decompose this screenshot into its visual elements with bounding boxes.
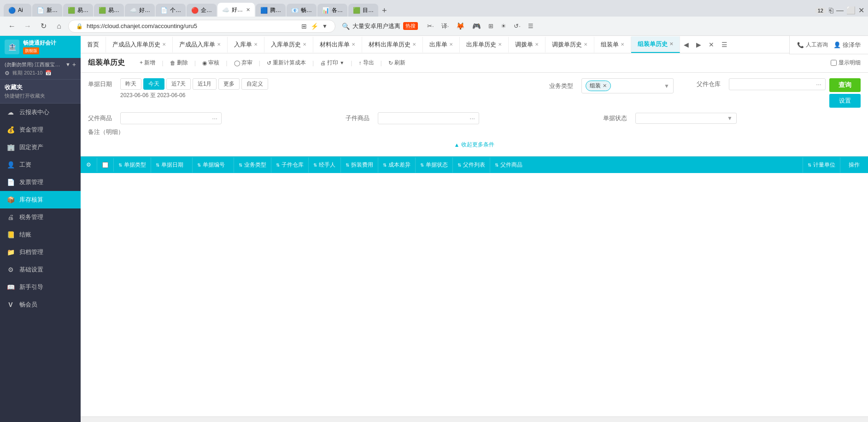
consult-area[interactable]: 📞 人工咨询 [797,41,828,49]
sidebar-item-salary[interactable]: 👤 工资 [0,156,81,173]
tab-inbound[interactable]: 入库单✕ [228,37,264,52]
nav-forward-button[interactable]: → [21,20,34,33]
sidebar-item-settlement[interactable]: 📒 结账 [0,226,81,243]
date-btn-more[interactable]: 更多 [218,78,240,90]
tab-close-8[interactable]: ✕ [498,42,502,47]
emoji-icon[interactable]: 🦊 [453,21,468,32]
tab-close-3[interactable]: ✕ [254,42,258,47]
tab-expand-left[interactable]: ◀ [680,39,692,50]
table-checkbox-cell[interactable] [97,158,114,172]
parent-goods-more-icon[interactable]: ··· [212,115,217,122]
table-settings-cell[interactable]: ⚙ [81,158,97,172]
col-child-warehouse[interactable]: ⇅ 子件仓库 [271,157,309,173]
col-bill-number[interactable]: ⇅ 单据编号 [193,157,234,173]
child-goods-more-icon[interactable]: ··· [469,115,475,122]
address-bar[interactable]: 🔒 https://cloud.chanjet.com/accounting/u… [68,20,335,33]
business-type-filter[interactable]: 组装 ✕ ▼ [581,78,674,93]
filter-settings-button[interactable]: 设置 [829,94,861,108]
tab-material-outbound[interactable]: 材料出库单✕ [313,37,362,52]
tab-material-outbound-history[interactable]: 材料出库单历史✕ [362,37,423,52]
collapse-button[interactable]: ▲ 收起更多条件 [454,141,495,149]
sidebar-item-member[interactable]: V 畅会员 [0,296,81,313]
sidebar-item-archive[interactable]: 📁 归档管理 [0,243,81,261]
sidebar-item-settings[interactable]: ⚙ 基础设置 [0,261,81,278]
col-bill-type[interactable]: ⇅ 单据类型 [114,157,151,173]
tab-close-7[interactable]: ✕ [449,42,453,47]
sidebar-item-invoice[interactable]: 📄 发票管理 [0,173,81,191]
date-btn-1month[interactable]: 近1月 [193,78,217,90]
new-tab-button[interactable]: + [379,6,390,16]
nav-refresh-button[interactable]: ↻ [37,20,50,33]
tab-close-5[interactable]: ✕ [352,42,355,47]
calendar-icon[interactable]: 📅 [45,70,52,76]
tab-outbound-history[interactable]: 出库单历史✕ [460,37,509,52]
browser-tab-8[interactable]: 📧 畅… [287,4,317,17]
tab-product-inbound[interactable]: 产成品入库单✕ [173,37,228,52]
browser-tab-10[interactable]: 🟩 目… [348,4,378,17]
bill-status-dropdown-icon[interactable]: ▼ [727,115,733,121]
tab-expand-right[interactable]: ▶ [692,39,705,50]
date-btn-yesterday[interactable]: 昨天 [120,78,141,90]
add-button[interactable]: + 新增 [136,57,159,69]
user-area[interactable]: 👤 徐泽华 [833,41,861,49]
browser-tab-6[interactable]: 🔴 企… [187,4,217,17]
browser-tab-1[interactable]: 📄 新… [32,4,62,17]
audit-button[interactable]: ◉ 审核 [199,57,223,69]
sidebar-item-tax[interactable]: 🖨 税务管理 [0,208,81,226]
parent-goods-filter[interactable]: ··· [120,112,222,124]
browser-tab-9[interactable]: 📊 各… [317,4,347,17]
tab-close-2[interactable]: ✕ [217,42,221,47]
date-btn-7days[interactable]: 近7天 [166,78,191,90]
tab-transfer[interactable]: 调拨单✕ [509,37,545,52]
tab-close-6[interactable]: ✕ [412,42,416,47]
more-options-icon[interactable]: ··· [816,81,821,88]
tab-inbound-history[interactable]: 入库单历史✕ [264,37,313,52]
sidebar-item-inventory[interactable]: 📦 库存核算 [0,191,81,208]
browser-tab-0[interactable]: 🔵 Ai [4,4,31,17]
tab-transfer-history[interactable]: 调拨单历史✕ [545,37,594,52]
export-button[interactable]: ↑ 导出 [355,57,378,69]
tab-close-all[interactable]: ✕ [705,39,718,50]
date-btn-custom[interactable]: 自定义 [241,78,268,90]
sidebar-item-fund[interactable]: 💰 资金管理 [0,121,81,139]
tab-close-9[interactable]: ✕ [535,42,539,47]
date-btn-today[interactable]: 今天 [143,78,164,90]
col-cost-diff[interactable]: ⇅ 成本差异 [378,157,416,173]
col-handler[interactable]: ⇅ 经手人 [309,157,341,173]
tab-close-11[interactable]: ✕ [621,42,624,47]
col-bill-date[interactable]: ⇅ 单据日期 [151,157,193,173]
browser-tab-5[interactable]: 📄 个… [156,4,186,17]
scissors-icon[interactable]: ✂· [424,21,437,31]
col-bill-status[interactable]: ⇅ 单据状态 [416,157,453,173]
tab-close-4[interactable]: ✕ [303,42,306,47]
scrollbar-area[interactable] [81,416,868,422]
col-parent-list[interactable]: ⇅ 父件列表 [453,157,490,173]
nav-back-button[interactable]: ← [6,20,18,33]
game-icon[interactable]: 🎮 [469,21,484,32]
tab-close-1[interactable]: ✕ [162,42,166,47]
undo-icon[interactable]: ↺· [511,21,523,31]
sidebar-item-cloud-reports[interactable]: ☁ 云报表中心 [0,104,81,121]
settings-icon-sidebar[interactable]: ⚙ [5,70,10,76]
tab-product-inbound-history[interactable]: 产成品入库单历史✕ [106,37,173,52]
tab-close-active[interactable]: ✕ [246,7,250,13]
browser-tab-7[interactable]: 🟦 腾… [256,4,286,17]
bill-status-filter[interactable]: ▼ [635,113,737,124]
company-dropdown-icon[interactable]: ▼ [65,62,70,67]
browser-tab-4[interactable]: ☁️ 好… [125,4,155,17]
parent-warehouse-filter[interactable]: ··· [729,78,826,90]
col-parent-goods[interactable]: ⇅ 父件商品 [490,157,803,173]
tab-menu[interactable]: ☰ [718,39,731,50]
tag-close-icon[interactable]: ✕ [603,83,607,89]
refresh-button[interactable]: ↻ 刷新 [385,57,409,69]
tab-outbound[interactable]: 出库单✕ [423,37,460,52]
grid-icon[interactable]: ⊞ [486,21,496,31]
delete-button[interactable]: 🗑 删除 [166,57,192,69]
browser-tab-active[interactable]: ☁️ 好… ✕ [217,3,255,17]
recalculate-button[interactable]: ↺ 重新计算成本 [263,57,310,69]
sidebar-item-fixed-assets[interactable]: 🏢 固定资产 [0,139,81,156]
menu-icon[interactable]: ☰ [525,21,536,31]
print-button[interactable]: 🖨 打印 ▼ [317,57,348,69]
abandon-button[interactable]: ◯ 弃审 [230,57,256,69]
tab-assembly[interactable]: 组装单✕ [594,37,631,52]
